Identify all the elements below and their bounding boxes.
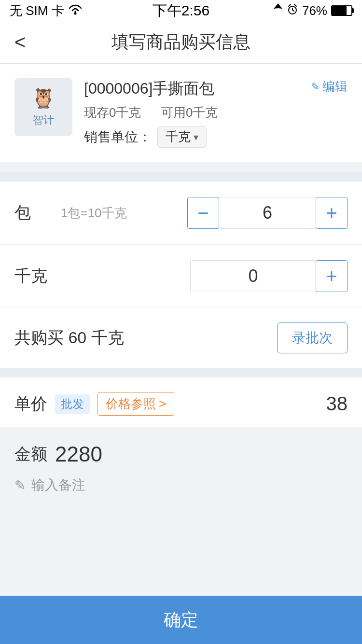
status-right: 76% — [273, 3, 352, 19]
price-ref-label: 价格参照 — [106, 395, 156, 412]
price-section: 单价 批发 价格参照 > 38 — [0, 378, 362, 428]
summary-row: 共购买 60 千克 录批次 — [0, 308, 362, 368]
quantity-plus-button-1[interactable]: + — [316, 260, 348, 292]
unit-arrow-icon: ▾ — [194, 131, 198, 143]
battery-icon — [331, 5, 352, 16]
product-name: [0000006]手撕面包 — [84, 78, 348, 99]
amount-section: 金额 2280 ✎ 输入备注 — [0, 428, 362, 509]
price-reference-button[interactable]: 价格参照 > — [97, 392, 174, 416]
summary-unit: 千克 — [91, 328, 124, 347]
section-separator-2 — [0, 368, 362, 378]
amount-value: 2280 — [55, 442, 102, 466]
status-time: 下午2:56 — [153, 1, 209, 21]
unit-value: 千克 — [166, 128, 191, 145]
quantity-control-0: − + — [187, 197, 348, 229]
status-left: 无 SIM 卡 — [10, 2, 83, 19]
product-info: [0000006]手撕面包 现存0千克 可用0千克 销售单位： 千克 ▾ — [84, 78, 348, 148]
quantity-row-0: 包 1包=10千克 − + — [0, 182, 362, 245]
quantity-control-1: + — [190, 260, 348, 292]
product-stock: 现存0千克 可用0千克 — [84, 104, 348, 121]
status-bar: 无 SIM 卡 下午2:56 76% — [0, 0, 362, 21]
price-left: 单价 批发 价格参照 > — [14, 392, 174, 416]
unit-selector[interactable]: 千克 ▾ — [157, 126, 207, 148]
confirm-button-label: 确定 — [164, 608, 198, 632]
quantity-label-1: 千克 — [14, 265, 53, 287]
battery-text: 76% — [302, 3, 327, 18]
remark-placeholder: 输入备注 — [31, 476, 85, 494]
price-ref-arrow-icon: > — [159, 396, 166, 411]
alarm-icon — [287, 3, 298, 18]
quantity-label-0: 包 — [14, 202, 53, 224]
available-text: 可用0千克 — [161, 105, 218, 120]
pencil-icon: ✎ — [14, 477, 26, 493]
nav-bar: < 填写商品购买信息 — [0, 21, 362, 64]
product-unit-row: 销售单位： 千克 ▾ — [84, 126, 348, 148]
batch-button[interactable]: 录批次 — [277, 322, 348, 353]
quantity-hint-0: 1包=10千克 — [61, 205, 187, 222]
price-tag: 批发 — [55, 394, 90, 414]
product-logo-label: 智计 — [33, 114, 54, 126]
product-logo-icon: 🦉 — [31, 87, 56, 110]
price-label: 单价 — [14, 393, 47, 415]
amount-label: 金额 — [14, 443, 47, 465]
price-row: 单价 批发 价格参照 > 38 — [14, 392, 348, 416]
quantity-minus-button-0[interactable]: − — [187, 197, 219, 229]
price-value: 38 — [326, 393, 348, 415]
product-card: 🦉 智计 [0000006]手撕面包 现存0千克 可用0千克 销售单位： 千克 … — [0, 64, 362, 162]
stock-text: 现存0千克 — [84, 105, 141, 120]
quantity-section: 包 1包=10千克 − + 千克 + — [0, 182, 362, 308]
summary-value: 60 — [68, 328, 86, 347]
edit-button[interactable]: ✎ 编辑 — [311, 78, 348, 95]
location-icon — [273, 3, 283, 19]
quantity-row-1: 千克 + — [0, 245, 362, 308]
summary-text: 共购买 60 千克 — [14, 327, 124, 349]
wifi-icon — [68, 3, 83, 18]
quantity-input-0[interactable] — [219, 197, 316, 229]
section-separator-1 — [0, 172, 362, 182]
quantity-plus-button-0[interactable]: + — [316, 197, 348, 229]
edit-icon: ✎ — [311, 81, 320, 93]
quantity-input-1[interactable] — [190, 260, 316, 292]
unit-label: 销售单位： — [84, 128, 152, 146]
svg-point-0 — [74, 12, 76, 14]
carrier-text: 无 SIM 卡 — [10, 2, 64, 19]
summary-label: 共购买 — [14, 328, 64, 347]
back-button[interactable]: < — [14, 31, 26, 53]
edit-label: 编辑 — [322, 78, 348, 95]
page-title: 填写商品购买信息 — [111, 30, 251, 54]
product-image: 🦉 智计 — [14, 78, 72, 136]
amount-row: 金额 2280 — [14, 442, 348, 466]
remark-row[interactable]: ✎ 输入备注 — [14, 476, 348, 494]
confirm-button[interactable]: 确定 — [0, 596, 362, 644]
